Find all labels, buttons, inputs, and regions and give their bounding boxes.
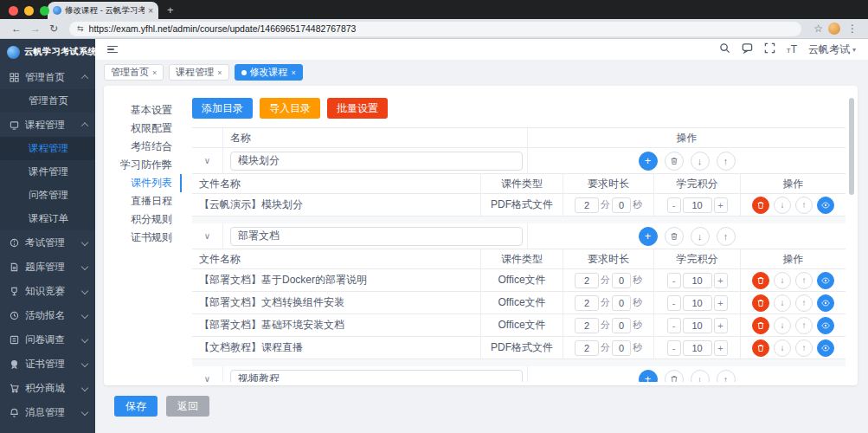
points-input[interactable] [683, 295, 712, 311]
move-down-button[interactable]: ↓ [691, 227, 710, 246]
section-points-rules[interactable]: 积分规则 [116, 210, 182, 229]
directory-name-input[interactable] [230, 370, 523, 383]
browser-menu-icon[interactable]: ⋮ [847, 23, 858, 35]
site-info-icon[interactable]: ⇆ [77, 24, 84, 33]
close-icon[interactable]: × [217, 68, 222, 77]
seconds-input[interactable] [612, 295, 631, 311]
back-button[interactable]: 返回 [166, 396, 209, 417]
points-decrease-button[interactable]: - [667, 318, 681, 333]
preview-file-button[interactable] [817, 317, 834, 334]
sidebar-item-course-mgmt-sub[interactable]: 课程管理 [0, 137, 95, 160]
sidebar-item-qa-mgmt[interactable]: 问答管理 [0, 184, 95, 207]
scrollbar-thumb[interactable] [849, 98, 854, 195]
collapse-icon[interactable]: ∨ [192, 223, 223, 249]
section-courseware-list[interactable]: 课件列表 [116, 174, 182, 192]
window-close-button[interactable] [9, 6, 18, 16]
move-up-button[interactable]: ↑ [795, 197, 813, 214]
points-input[interactable] [683, 273, 712, 288]
move-up-button[interactable]: ↑ [795, 294, 813, 312]
collapse-menu-icon[interactable] [107, 46, 118, 54]
move-down-button[interactable]: ↓ [774, 339, 791, 357]
points-input[interactable] [683, 340, 712, 356]
collapse-icon[interactable]: ∨ [192, 366, 223, 382]
section-certificate-rules[interactable]: 证书规则 [116, 229, 182, 247]
points-decrease-button[interactable]: - [667, 340, 681, 356]
add-file-button[interactable]: + [639, 152, 658, 171]
minutes-input[interactable] [575, 340, 599, 356]
new-tab-button[interactable]: + [167, 3, 174, 16]
delete-file-button[interactable] [752, 339, 769, 357]
points-input[interactable] [683, 318, 712, 333]
window-zoom-button[interactable] [40, 6, 49, 16]
close-icon[interactable]: × [292, 68, 296, 77]
move-up-button[interactable]: ↑ [717, 227, 736, 246]
preview-file-button[interactable] [817, 197, 834, 214]
sidebar-item-certificate-mgmt[interactable]: 证书管理 [0, 352, 95, 376]
points-increase-button[interactable]: + [714, 295, 728, 311]
save-button[interactable]: 保存 [114, 396, 158, 417]
move-down-button[interactable]: ↓ [774, 197, 791, 214]
seconds-input[interactable] [612, 318, 631, 333]
sidebar-item-courseware-mgmt[interactable]: 课件管理 [0, 160, 95, 184]
delete-file-button[interactable] [752, 317, 769, 334]
move-down-button[interactable]: ↓ [774, 272, 791, 289]
forward-icon[interactable]: → [30, 23, 41, 35]
tab-edit-course[interactable]: 修改课程 × [235, 64, 303, 81]
points-increase-button[interactable]: + [714, 318, 728, 333]
address-bar[interactable]: ⇆ https://exam.yfhl.net/admin/course/upd… [69, 22, 801, 36]
sidebar-item-admin-home[interactable]: 管理首页 [0, 65, 95, 89]
add-file-button[interactable]: + [639, 227, 658, 246]
points-input[interactable] [683, 197, 712, 213]
points-decrease-button[interactable]: - [667, 295, 681, 311]
move-down-button[interactable]: ↓ [691, 370, 710, 383]
move-up-button[interactable]: ↑ [795, 272, 813, 289]
sidebar-item-activity-signup[interactable]: 活动报名 [0, 303, 95, 327]
close-icon[interactable]: × [152, 68, 157, 77]
seconds-input[interactable] [612, 273, 631, 288]
add-directory-button[interactable]: 添加目录 [192, 98, 253, 119]
reload-icon[interactable]: ↻ [49, 23, 58, 35]
sidebar-item-message-mgmt[interactable]: 消息管理 [0, 400, 95, 424]
bookmark-star-icon[interactable]: ☆ [813, 23, 823, 35]
delete-file-button[interactable] [752, 272, 769, 289]
points-decrease-button[interactable]: - [667, 273, 681, 288]
directory-name-input[interactable] [230, 152, 523, 171]
section-anti-cheat[interactable]: 学习防作弊 [116, 156, 182, 174]
sidebar-item-knowledge-contest[interactable]: 知识竞赛 [0, 279, 95, 303]
section-permission-config[interactable]: 权限配置 [116, 120, 182, 138]
profile-avatar[interactable] [828, 23, 840, 35]
sidebar-item-survey[interactable]: 问卷调查 [0, 327, 95, 352]
move-down-button[interactable]: ↓ [774, 294, 791, 312]
sidebar-item-points-mall[interactable]: 积分商城 [0, 376, 95, 400]
import-directory-button[interactable]: 导入目录 [260, 98, 320, 119]
section-basic-settings[interactable]: 基本设置 [116, 101, 182, 120]
section-live-schedule[interactable]: 直播日程 [116, 192, 182, 210]
sidebar-item-exam-mgmt[interactable]: 考试管理 [0, 230, 95, 255]
fullscreen-icon[interactable] [764, 42, 775, 57]
sidebar-item-course-orders[interactable]: 课程订单 [0, 207, 95, 230]
user-menu[interactable]: 云帆考试 ▾ [808, 42, 856, 57]
delete-file-button[interactable] [752, 197, 769, 214]
sidebar-item-course-mgmt[interactable]: 课程管理 [0, 113, 95, 137]
move-up-button[interactable]: ↑ [717, 152, 736, 171]
points-increase-button[interactable]: + [714, 197, 728, 213]
move-up-button[interactable]: ↑ [795, 317, 813, 334]
search-icon[interactable] [719, 42, 730, 57]
minutes-input[interactable] [575, 295, 599, 311]
move-down-button[interactable]: ↓ [691, 152, 710, 171]
sidebar-item-question-bank[interactable]: 题库管理 [0, 255, 95, 279]
back-icon[interactable]: ← [11, 23, 22, 35]
seconds-input[interactable] [612, 340, 631, 356]
browser-tab[interactable]: 修改课程 - 云帆学习考试系统 × [48, 2, 158, 19]
seconds-input[interactable] [612, 197, 631, 213]
message-icon[interactable] [742, 42, 753, 57]
move-up-button[interactable]: ↑ [795, 339, 813, 357]
collapse-icon[interactable]: ∨ [192, 148, 223, 173]
directory-name-input[interactable] [230, 227, 523, 246]
sidebar-item-admin-home-sub[interactable]: 管理首页 [0, 89, 95, 113]
move-up-button[interactable]: ↑ [717, 370, 736, 383]
delete-file-button[interactable] [752, 294, 769, 312]
delete-directory-button[interactable] [665, 152, 684, 171]
points-decrease-button[interactable]: - [667, 197, 681, 213]
batch-settings-button[interactable]: 批量设置 [327, 98, 388, 119]
